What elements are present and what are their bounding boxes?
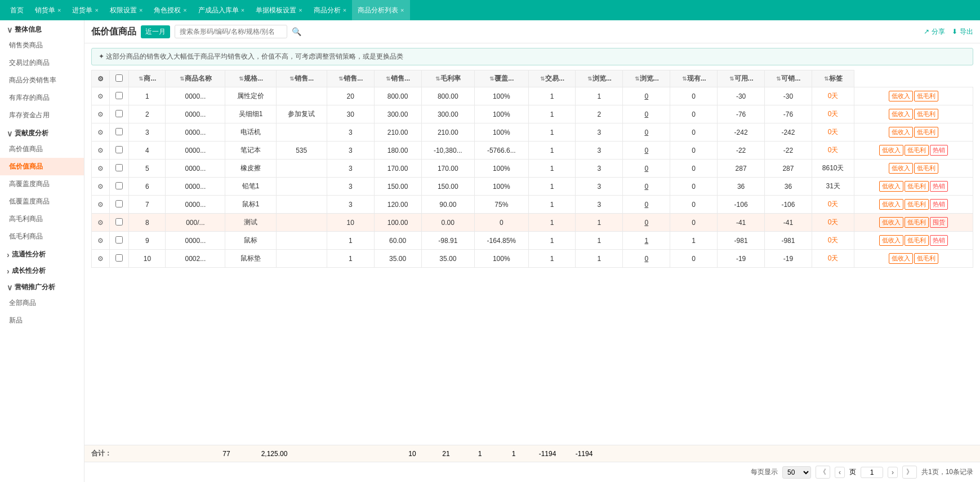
next-page-button[interactable]: › <box>888 467 898 478</box>
row-settings-5[interactable]: ⚙ <box>92 178 110 196</box>
nav-close-tmpl[interactable]: × <box>299 7 302 14</box>
row-checkbox-4[interactable] <box>109 160 129 178</box>
row-settings-3[interactable]: ⚙ <box>92 141 110 160</box>
row-check-5[interactable] <box>115 182 123 189</box>
row-checkbox-5[interactable] <box>109 178 129 196</box>
row-check-0[interactable] <box>115 92 123 99</box>
sidebar-item-low-margin[interactable]: 低毛利商品 <box>0 228 84 245</box>
nav-close-perm[interactable]: × <box>139 7 142 14</box>
sidebar-item-stock-goods[interactable]: 有库存的商品 <box>0 89 84 107</box>
search-icon[interactable]: 🔍 <box>292 27 301 36</box>
share-button[interactable]: ↗ 分享 <box>924 27 945 37</box>
tag-低毛利: 低毛利 <box>905 199 929 210</box>
sidebar-item-category-sales[interactable]: 商品分类销售率 <box>0 72 84 89</box>
row-view1-9[interactable]: 0 <box>623 250 670 268</box>
row-settings-2[interactable]: ⚙ <box>92 123 110 141</box>
col-checkbox[interactable] <box>109 70 129 87</box>
export-button[interactable]: ⬇ 导出 <box>952 27 973 37</box>
row-checkbox-8[interactable] <box>109 232 129 250</box>
sidebar-item-low-value[interactable]: 低价值商品 <box>0 158 84 175</box>
nav-product-analysis[interactable]: 商品分析 × <box>308 0 352 20</box>
row-view1-1[interactable]: 0 <box>623 105 670 123</box>
collapse-circulation-icon[interactable]: › <box>7 250 10 259</box>
sidebar-group-growth[interactable]: › 成长性分析 <box>0 262 84 278</box>
row-checkbox-9[interactable] <box>109 250 129 268</box>
row-view1-0[interactable]: 0 <box>623 87 670 105</box>
sidebar-group-contribution[interactable]: ∨ 贡献度分析 <box>0 124 84 140</box>
col-settings[interactable]: ⚙ <box>92 70 110 87</box>
row-checkbox-6[interactable] <box>109 196 129 214</box>
row-check-3[interactable] <box>115 146 123 153</box>
sidebar-group-marketing[interactable]: ∨ 营销推广分析 <box>0 278 84 294</box>
row-view1-5[interactable]: 0 <box>623 178 670 196</box>
row-view1-8[interactable]: 1 <box>623 232 670 250</box>
row-tags-4: 低收入低毛利 <box>854 160 973 178</box>
nav-close-role[interactable]: × <box>183 7 186 14</box>
nav-role-auth[interactable]: 角色授权 × <box>148 0 192 20</box>
per-page-select[interactable]: 50 100 <box>782 466 811 479</box>
sidebar-group-circulation[interactable]: › 流通性分析 <box>0 245 84 262</box>
row-checkbox-3[interactable] <box>109 141 129 160</box>
sidebar-item-new-goods[interactable]: 新品 <box>0 312 84 329</box>
last-page-button[interactable]: 》 <box>902 466 917 479</box>
sidebar-item-all-goods[interactable]: 全部商品 <box>0 294 84 312</box>
nav-close-list[interactable]: × <box>400 7 404 14</box>
sidebar-item-sales-goods[interactable]: 销售类商品 <box>0 37 84 54</box>
row-check-1[interactable] <box>115 110 123 117</box>
time-filter-button[interactable]: 近一月 <box>141 25 170 38</box>
row-view1-7[interactable]: 0 <box>623 214 670 232</box>
row-view1-2[interactable]: 0 <box>623 123 670 141</box>
sidebar-item-low-coverage[interactable]: 低覆盖度商品 <box>0 193 84 210</box>
nav-purchase-order[interactable]: 进货单 × <box>66 0 104 20</box>
sidebar-item-high-value[interactable]: 高价值商品 <box>0 140 84 158</box>
nav-home[interactable]: 首页 <box>5 0 29 20</box>
collapse-marketing-icon[interactable]: ∨ <box>7 283 12 292</box>
nav-sales-order[interactable]: 销货单 × <box>29 0 66 20</box>
row-view1-6[interactable]: 0 <box>623 196 670 214</box>
prev-page-button[interactable]: ‹ <box>835 467 845 478</box>
nav-close-stock[interactable]: × <box>241 7 244 14</box>
row-settings-8[interactable]: ⚙ <box>92 232 110 250</box>
collapse-overview-icon[interactable]: ∨ <box>7 25 12 34</box>
sidebar-item-high-coverage[interactable]: 高覆盖度商品 <box>0 175 84 193</box>
table-wrapper[interactable]: ⚙ ⇅商... ⇅商品名称 ⇅规格... ⇅销售... ⇅销售... ⇅销售..… <box>91 70 973 445</box>
row-checkbox-0[interactable] <box>109 87 129 105</box>
select-all-checkbox[interactable] <box>115 74 123 82</box>
row-check-9[interactable] <box>115 254 123 262</box>
row-view1-4[interactable]: 0 <box>623 160 670 178</box>
first-page-button[interactable]: 《 <box>816 466 830 479</box>
row-settings-7[interactable]: ⚙ <box>92 214 110 232</box>
search-input[interactable] <box>175 25 287 38</box>
row-settings-4[interactable]: ⚙ <box>92 160 110 178</box>
row-tags-9: 低收入低毛利 <box>854 250 973 268</box>
nav-close-sales[interactable]: × <box>57 7 61 14</box>
row-checkbox-7[interactable] <box>109 214 129 232</box>
nav-permissions[interactable]: 权限设置 × <box>104 0 148 20</box>
row-settings-9[interactable]: ⚙ <box>92 250 110 268</box>
row-settings-0[interactable]: ⚙ <box>92 87 110 105</box>
row-view1-3[interactable]: 0 <box>623 141 670 160</box>
row-check-7[interactable] <box>115 218 123 225</box>
row-settings-6[interactable]: ⚙ <box>92 196 110 214</box>
collapse-contribution-icon[interactable]: ∨ <box>7 129 12 138</box>
sidebar-group-overview[interactable]: ∨ 整体信息 <box>0 20 84 37</box>
sidebar-item-high-margin[interactable]: 高毛利商品 <box>0 210 84 228</box>
table-row: ⚙ 2 0000... 吴细细1 参加复试 30 300.00 300.00 1… <box>92 105 973 123</box>
nav-close-purchase[interactable]: × <box>95 7 98 14</box>
sidebar-item-stock-fund[interactable]: 库存资金占用 <box>0 107 84 124</box>
nav-close-analysis[interactable]: × <box>343 7 346 14</box>
row-check-6[interactable] <box>115 200 123 207</box>
row-check-8[interactable] <box>115 236 123 244</box>
row-check-2[interactable] <box>115 128 123 135</box>
page-input[interactable] <box>861 467 883 478</box>
row-check-4[interactable] <box>115 164 123 171</box>
nav-product-analysis-list[interactable]: 商品分析列表 × <box>352 0 409 20</box>
row-checkbox-1[interactable] <box>109 105 129 123</box>
sidebar-item-traded[interactable]: 交易过的商品 <box>0 54 84 72</box>
row-settings-1[interactable]: ⚙ <box>92 105 110 123</box>
collapse-growth-icon[interactable]: › <box>7 267 10 276</box>
nav-product-stock[interactable]: 产成品入库单 × <box>193 0 250 20</box>
nav-template-settings[interactable]: 单据模板设置 × <box>250 0 308 20</box>
row-checkbox-2[interactable] <box>109 123 129 141</box>
row-sales-qty-5: 3 <box>327 178 374 196</box>
